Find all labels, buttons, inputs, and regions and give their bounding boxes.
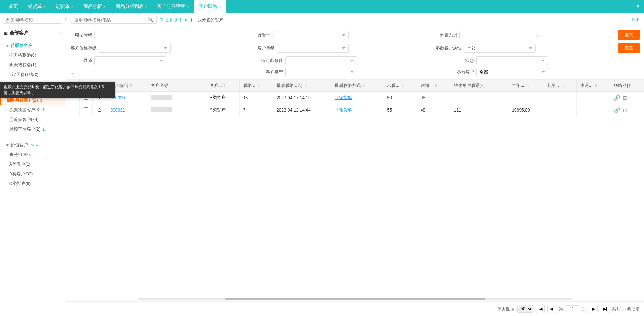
col-header-name[interactable]: 客户名称 ⇅ — [147, 80, 206, 92]
close-all-tabs-button[interactable]: × — [636, 3, 640, 10]
prev-page-button[interactable]: ◀ — [547, 305, 556, 313]
sidebar-item-tomorrow[interactable]: 明天待联络(1) — [0, 60, 66, 70]
sort-unread-icon[interactable]: ⇅ — [401, 84, 404, 88]
col-header-last-contact-method[interactable]: 最后联络方式 ⇅ — [331, 80, 383, 92]
sidebar-collapse-icon[interactable]: » — [60, 30, 62, 36]
row2-grid-icon[interactable]: ⊞ — [623, 107, 627, 113]
row1-grid-icon[interactable]: ⊞ — [623, 95, 627, 101]
close-purchase-order-icon[interactable]: × — [71, 5, 73, 9]
sort-date-icon[interactable]: ⇅ — [304, 84, 307, 88]
sidebar-item-today[interactable]: 今天待联络(0) — [0, 51, 66, 60]
retail-customer-select[interactable]: 全部 — [476, 68, 548, 76]
nav-product-analysis[interactable]: 商品分析 × — [78, 0, 111, 13]
sidebar-item-a-class[interactable]: A类客户(1) — [0, 160, 66, 169]
sort-type-icon[interactable]: ⇅ — [224, 84, 227, 88]
col-header-overdue[interactable]: 逾期... ⇅ — [417, 80, 450, 92]
sidebar-item-loss-warning[interactable]: 流失预警客户(3) ℹ — [0, 105, 66, 115]
row2-link-icon[interactable]: 🔗 — [614, 107, 620, 113]
filter-retail-customer: 零散客户 全部 — [453, 68, 640, 76]
nature-select[interactable] — [94, 56, 166, 65]
query-button[interactable]: 查询 — [618, 30, 640, 40]
sort-year-icon[interactable]: ⇅ — [526, 84, 529, 88]
per-page-select[interactable]: 50 — [517, 305, 533, 313]
nav-purchase-order[interactable]: 进货单 × — [51, 0, 78, 13]
row1-last-month — [543, 92, 576, 104]
settings-button[interactable]: 设置 — [618, 43, 640, 53]
col-header-this-year[interactable]: 本年... ⇅ — [508, 80, 543, 92]
sort-overdue-icon[interactable]: ⇅ — [435, 84, 437, 88]
sort-method-icon[interactable]: ⇅ — [363, 84, 366, 88]
payment-select[interactable] — [285, 56, 357, 65]
sort-code-icon[interactable]: ⇅ — [130, 84, 133, 88]
dept-select[interactable] — [277, 31, 349, 39]
manager-input[interactable] — [459, 31, 531, 39]
col-header-this-month[interactable]: 本月... ⇅ — [576, 80, 610, 92]
toolbar-search-input[interactable] — [74, 17, 146, 22]
col-header-contact[interactable]: 联络... ⇅ — [239, 80, 273, 92]
price-level-select[interactable] — [99, 44, 171, 53]
sort-lastmonth-icon[interactable]: ⇅ — [561, 84, 564, 88]
all-customers-header[interactable]: ⊞ 全部客户 » — [0, 27, 66, 39]
export-button[interactable]: ↑ 导出 — [627, 17, 640, 23]
close-product-analysis-list-icon[interactable]: × — [145, 5, 147, 9]
more-filters-button[interactable]: ▽ 更多条件 ▲ — [160, 17, 188, 23]
scrollbar-track[interactable] — [138, 298, 572, 300]
phone-input[interactable] — [94, 31, 166, 39]
row1-last-method[interactable]: 下销货单 — [331, 92, 383, 104]
nav-home[interactable]: 首页 — [4, 0, 23, 13]
row1-unit-contact — [450, 92, 508, 104]
sidebar-item-ungrouped[interactable]: 未分组(32) — [0, 150, 66, 160]
first-page-button[interactable]: |◀ — [536, 305, 545, 313]
last-page-button[interactable]: ▶| — [601, 305, 609, 313]
col-header-last-month[interactable]: 上月... ⇅ — [543, 80, 576, 92]
close-customer-contact-icon[interactable]: × — [219, 5, 221, 9]
col-header-unit-contact[interactable]: 往来单位联系人 ⇅ — [450, 80, 508, 92]
row2-code[interactable]: 000031 — [107, 104, 147, 116]
close-product-analysis-icon[interactable]: × — [103, 5, 106, 9]
page-number-input[interactable] — [566, 305, 579, 312]
retail-attr-select[interactable]: 全部 — [464, 44, 536, 53]
edit-icon[interactable]: ✎ — [31, 143, 34, 148]
customer-type-select[interactable] — [285, 68, 357, 76]
nav-sales-order[interactable]: 销货单 × — [23, 0, 51, 13]
manager-more-icon[interactable]: ··· — [533, 32, 538, 38]
sort-month-icon[interactable]: ⇅ — [594, 84, 597, 88]
row2-last-method[interactable]: 下销货单 — [331, 104, 383, 116]
close-customer-tier-icon[interactable]: × — [186, 5, 189, 9]
row1-contact: 15 — [239, 92, 273, 104]
add-icon[interactable]: + — [36, 143, 38, 147]
sidebar-search-input[interactable] — [4, 16, 62, 24]
pending-contact-title[interactable]: ▼ 待联络客户 — [0, 41, 66, 51]
sidebar-item-declining[interactable]: 持续下滑客户(2) ℹ — [0, 124, 66, 134]
sidebar-item-c-class[interactable]: C类客户(6) — [0, 179, 66, 189]
status-select[interactable] — [476, 56, 548, 65]
col-header-type[interactable]: 客户... ⇅ — [206, 80, 239, 92]
horizontal-scrollbar-area[interactable] — [66, 296, 644, 301]
sort-unit-icon[interactable]: ⇅ — [486, 84, 489, 88]
nav-customer-tier[interactable]: 客户分层经营 × — [152, 0, 194, 13]
sidebar-item-7days[interactable]: 近7天待联络(0) — [0, 70, 66, 80]
close-sales-order-icon[interactable]: × — [43, 5, 46, 9]
row2-select-checkbox[interactable] — [84, 107, 88, 112]
col-header-unread[interactable]: 未联... ⇅ — [383, 80, 417, 92]
sort-name-icon[interactable]: ⇅ — [170, 84, 173, 88]
col-header-last-contact-date[interactable]: 最后联络日期 ⇅ — [273, 80, 331, 92]
customer-grade-select[interactable] — [277, 44, 349, 53]
filter-panel: 电话号码 分管部门 分管人员 ··· 查询 客户价格等级 — [66, 27, 644, 80]
filter-row-4: ... 客户类型 零散客户 全部 — [71, 68, 640, 76]
scrollbar-thumb[interactable] — [225, 298, 486, 300]
nav-customer-contact[interactable]: 客户联络 × — [194, 0, 226, 13]
my-customers-checkbox[interactable] — [191, 18, 196, 22]
sort-contact-icon[interactable]: ⇅ — [257, 84, 260, 88]
valuable-customers-title[interactable]: ▼ 价值客户 ✎ + — [0, 140, 66, 150]
row2-checkbox[interactable] — [79, 104, 92, 116]
sidebar-item-lost[interactable]: 已流失客户(24) — [0, 115, 66, 124]
row2-action: 🔗 ⊞ — [610, 104, 644, 116]
my-customers-checkbox-label[interactable]: 我分管的客户 — [191, 17, 223, 23]
sidebar-item-b-class[interactable]: B类客户(33) — [0, 169, 66, 179]
nav-product-analysis-list[interactable]: 商品分析列表 × — [111, 0, 152, 13]
toolbar-search-icon[interactable]: 🔍 — [148, 17, 153, 22]
filter-more-icon[interactable]: ... — [71, 70, 74, 75]
next-page-button[interactable]: ▶ — [589, 305, 598, 313]
row1-link-icon[interactable]: 🔗 — [614, 95, 620, 101]
